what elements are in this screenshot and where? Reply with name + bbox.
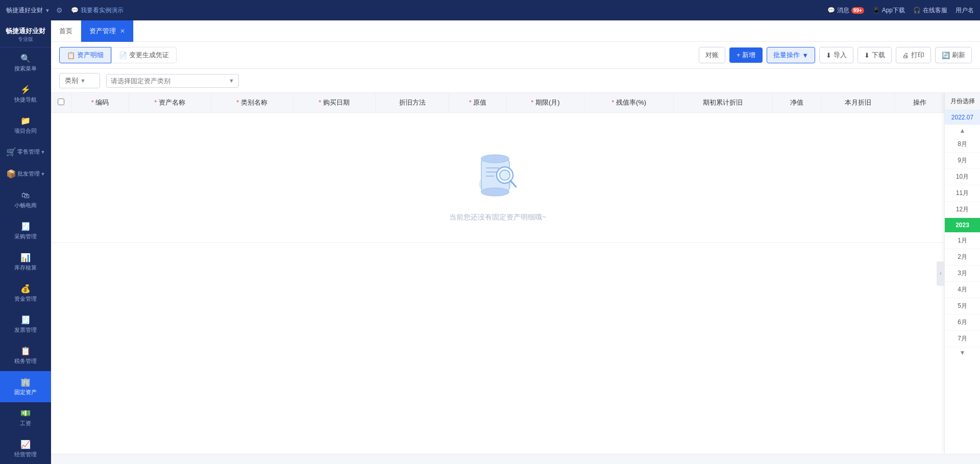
page-content: 📋 资产明细 📄 变更生成凭证 对账 + 新增	[51, 42, 980, 464]
print-button[interactable]: 🖨 打印	[896, 47, 931, 63]
add-button[interactable]: + 新增	[729, 47, 763, 63]
month-item-3[interactable]: 3月	[945, 265, 980, 282]
category-type-arrow-icon: ▼	[80, 78, 86, 84]
online-service-button[interactable]: 🎧 在线客服	[913, 6, 947, 15]
sidebar-label-invoice: 发票管理	[14, 326, 37, 334]
sidebar-item-tax[interactable]: 📋 税务管理	[0, 340, 51, 371]
message-label: 消息	[837, 6, 849, 15]
bottom-scroll-bar[interactable]	[51, 454, 980, 464]
tab-asset-close-icon[interactable]: ✕	[120, 28, 125, 35]
add-label: + 新增	[737, 51, 755, 60]
subtab-detail-icon: 📋	[67, 52, 75, 59]
month-list: 2022.07 ▲ 8月 9月 10月 11月 12月 2023 1月 2月 3…	[945, 110, 980, 454]
download-button[interactable]: ⬇ 下载	[857, 47, 892, 63]
refresh-button[interactable]: 🔄 刷新	[935, 47, 972, 63]
print-label: 打印	[911, 51, 924, 60]
month-item-12[interactable]: 12月	[945, 202, 980, 218]
category-input[interactable]	[107, 75, 229, 87]
sidebar-label-search: 搜索菜单	[14, 65, 37, 72]
month-panel-toggle[interactable]: ›	[937, 261, 945, 286]
sidebar-label-operation: 经营管理	[14, 451, 37, 458]
month-item-6[interactable]: 6月	[945, 314, 980, 331]
headset-icon: 🎧	[913, 7, 921, 14]
month-item-2[interactable]: 2月	[945, 249, 980, 265]
sidebar-item-inventory[interactable]: 📊 库存核算	[0, 247, 51, 278]
empty-illustration	[467, 143, 528, 205]
logo-main: 畅捷通好业财	[4, 27, 47, 36]
sidebar-label-fixed: 固定资产	[14, 388, 37, 396]
month-item-8[interactable]: 8月	[945, 136, 980, 153]
month-item-5[interactable]: 5月	[945, 298, 980, 314]
sidebar-item-operation[interactable]: 📈 经营管理	[0, 433, 51, 464]
project-icon: 📁	[20, 116, 31, 126]
salary-icon: 💵	[20, 408, 31, 418]
svg-point-5	[500, 170, 510, 180]
app-logo: 畅捷通好业财 专业版	[0, 20, 51, 47]
company-name: 畅捷通好业财	[6, 6, 43, 15]
refresh-icon: 🔄	[942, 52, 950, 59]
batch-button[interactable]: 批量操作 ▼	[767, 47, 815, 63]
sidebar-item-project[interactable]: 📁 项目合同	[0, 110, 51, 141]
month-item-10[interactable]: 10月	[945, 169, 980, 185]
wholesale-arrow-icon: ▼	[41, 172, 45, 177]
sidebar-item-quicknav[interactable]: ⚡ 快捷导航	[0, 79, 51, 110]
month-item-9[interactable]: 9月	[945, 153, 980, 169]
toolbar-right: 对账 + 新增 批量操作 ▼ ⬇ 导入 ⬇ 下载	[699, 47, 972, 63]
sidebar-item-wholesale[interactable]: 📦 批发管理 ▼	[0, 163, 51, 185]
company-selector[interactable]: 畅捷通好业财 ▼	[6, 6, 50, 15]
subtab-voucher[interactable]: 📄 变更生成凭证	[111, 47, 177, 63]
tab-asset[interactable]: 资产管理 ✕	[81, 20, 134, 42]
sidebar-item-search[interactable]: 🔍 搜索菜单	[0, 47, 51, 79]
sidebar-item-retail[interactable]: 🛒 零售管理 ▼	[0, 141, 51, 163]
tab-home-label: 首页	[59, 27, 72, 36]
sidebar-item-capital[interactable]: 💰 资金管理	[0, 278, 51, 309]
top-bar: 畅捷通好业财 ▼ ⚙ 💬 我要看实例演示 💬 消息 99+ 📱 App下载 🎧 …	[0, 0, 980, 20]
ecommerce-icon: 🛍	[21, 191, 30, 200]
reconcile-button[interactable]: 对账	[699, 47, 725, 63]
sidebar-item-salary[interactable]: 💵 工资	[0, 402, 51, 433]
category-filter[interactable]: ▼	[106, 74, 239, 88]
svg-point-3	[481, 188, 509, 196]
col-code: * 编码	[71, 93, 129, 113]
settings-icon[interactable]: ⚙	[56, 6, 63, 14]
tabs-bar: 首页 资产管理 ✕	[51, 20, 980, 42]
download-icon: ⬇	[864, 52, 870, 59]
purchase-icon: 🧾	[20, 222, 31, 231]
category-type-label: 类别	[65, 76, 78, 85]
month-up-nav[interactable]: ▲	[945, 125, 980, 136]
message-button[interactable]: 💬 消息 99+	[827, 6, 864, 15]
sidebar-item-invoice[interactable]: 🧾 发票管理	[0, 309, 51, 340]
category-type-selector[interactable]: 类别 ▼	[59, 73, 100, 88]
sidebar-item-purchase[interactable]: 🧾 采购管理	[0, 215, 51, 247]
month-down-nav[interactable]: ▼	[945, 347, 980, 358]
col-depreciation-method: 折旧方法	[375, 93, 449, 113]
month-panel-title: 月份选择	[945, 93, 980, 110]
user-menu[interactable]: 用户名	[955, 6, 974, 15]
sidebar-item-fixed[interactable]: 🏢 固定资产	[0, 371, 51, 402]
month-item-11[interactable]: 11月	[945, 185, 980, 202]
demo-button[interactable]: 💬 我要看实例演示	[71, 6, 124, 15]
col-residual: * 残值率(%)	[584, 93, 674, 113]
app-download-button[interactable]: 📱 App下载	[872, 6, 905, 15]
content-area: 首页 资产管理 ✕ 📋 资产明细 📄 变更生成凭证	[51, 20, 980, 464]
sidebar-item-ecommerce[interactable]: 🛍 小畅电商	[0, 185, 51, 215]
subtab-detail[interactable]: 📋 资产明细	[59, 47, 111, 63]
tab-asset-label: 资产管理	[89, 27, 116, 36]
search-icon: 🔍	[20, 54, 31, 63]
svg-point-2	[481, 155, 509, 163]
sidebar-label-salary: 工资	[20, 420, 31, 427]
col-category: * 类别名称	[211, 93, 293, 113]
empty-state: 当前您还没有固定资产明细哦~	[51, 113, 944, 242]
app-label: App下载	[882, 6, 905, 15]
sidebar-label-wholesale: 批发管理	[17, 170, 40, 178]
subtab-voucher-icon: 📄	[119, 52, 127, 59]
select-all-checkbox[interactable]	[58, 99, 64, 105]
col-accumulated: 期初累计折旧	[673, 93, 772, 113]
refresh-label: 刷新	[952, 51, 965, 60]
month-item-2022-07[interactable]: 2022.07	[945, 110, 980, 125]
month-item-4[interactable]: 4月	[945, 282, 980, 298]
month-item-1[interactable]: 1月	[945, 233, 980, 249]
tab-home[interactable]: 首页	[51, 20, 81, 42]
import-button[interactable]: ⬇ 导入	[819, 47, 853, 63]
month-item-7[interactable]: 7月	[945, 331, 980, 347]
